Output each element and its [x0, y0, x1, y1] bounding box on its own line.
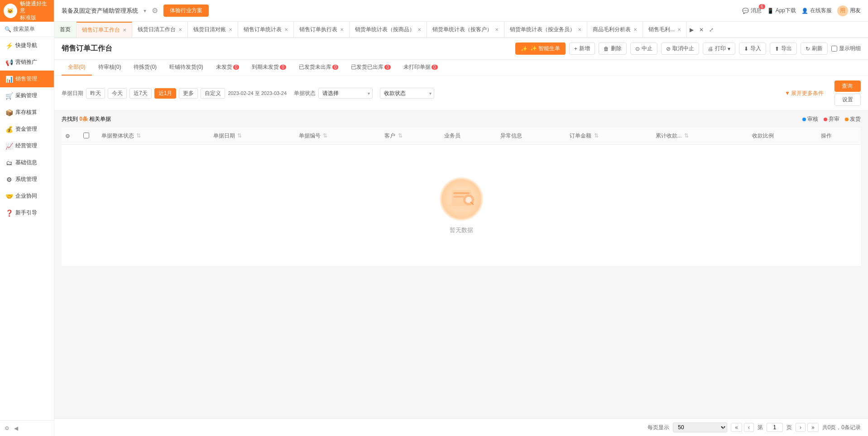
review-action-btn[interactable]: 审核 — [802, 115, 818, 123]
sub-tab-shipped-out[interactable]: 已发货已出库0 — [345, 60, 397, 76]
th-checkbox[interactable] — [80, 128, 98, 145]
sub-tab-pending-review[interactable]: 待审核(0) — [92, 60, 128, 76]
online-service-item[interactable]: 👤 在线客服 — [801, 7, 832, 14]
sidebar-item-operation[interactable]: 📈 经营管理 — [0, 137, 54, 154]
print-button[interactable]: 🖨 打印 ▾ — [703, 43, 735, 55]
query-button[interactable]: 查询 — [834, 81, 861, 92]
tab-sales-product[interactable]: 销货单统计表（按商品） ✕ — [350, 22, 427, 38]
tab-close-sales-more[interactable]: ✕ — [677, 27, 681, 32]
tab-sales-workbench[interactable]: 销售订单工作台 ✕ — [77, 22, 132, 38]
tab-close-cash-daily[interactable]: ✕ — [178, 27, 182, 32]
tab-close-sales-workbench[interactable]: ✕ — [123, 28, 126, 33]
logo-icon: 🐱 — [4, 4, 17, 18]
industry-solution-button[interactable]: 体验行业方案 — [163, 5, 209, 17]
page-number-input[interactable] — [767, 423, 783, 432]
smart-gen-button[interactable]: ✨ ✨ 智能生单 — [515, 43, 566, 55]
status-select[interactable]: 请选择 — [318, 88, 373, 99]
topbar-dropdown-icon[interactable]: ▾ — [144, 8, 146, 14]
empty-text: 暂无数据 — [450, 226, 473, 234]
date-today-btn[interactable]: 今天 — [108, 88, 127, 99]
stop-button[interactable]: ⊙ 中止 — [630, 43, 657, 55]
export-button[interactable]: ⬆ 导出 — [770, 43, 797, 55]
add-button[interactable]: + 新增 — [569, 43, 595, 55]
cancel-stop-button[interactable]: ⊘ 取消中止 — [661, 43, 699, 55]
tab-gross-margin[interactable]: 商品毛利分析表 ✕ — [587, 22, 643, 38]
date-7days-btn[interactable]: 近7天 — [129, 88, 152, 99]
sub-tab-not-shipped[interactable]: 未发货0 — [210, 60, 246, 76]
sidebar-item-marketing[interactable]: 📢 营销推广 — [0, 54, 54, 71]
sub-tab-overdue-ship[interactable]: 到期未发货0 — [245, 60, 293, 76]
tab-home[interactable]: 首页 — [54, 22, 77, 38]
sub-tab-all[interactable]: 全部(0) — [62, 60, 92, 76]
tabs-nav-more[interactable]: ▶ — [687, 27, 696, 33]
tab-sales-customer[interactable]: 销货单统计表（按客户） ✕ — [427, 22, 504, 38]
app-download-item[interactable]: 📱 App下载 — [767, 7, 796, 14]
ship-action-btn[interactable]: 发货 — [845, 115, 861, 123]
next-page-button[interactable]: › — [796, 423, 806, 432]
sidebar-item-sales[interactable]: 📊 销售管理 — [0, 71, 54, 87]
tab-sales-more[interactable]: 销售毛利... ✕ — [643, 22, 687, 38]
show-detail-checkbox[interactable] — [831, 46, 837, 52]
sidebar-item-finance[interactable]: 💰 资金管理 — [0, 121, 54, 137]
tab-close-sales-exec[interactable]: ✕ — [340, 27, 344, 32]
date-more-btn[interactable]: 更多 — [179, 88, 198, 99]
prev-page-button[interactable]: ‹ — [744, 423, 754, 432]
th-received[interactable]: 累计收款... ⇅ — [652, 128, 748, 145]
sub-tab-pending-inspect[interactable]: 待拣货(0) — [127, 60, 163, 76]
delete-button[interactable]: 🗑 删除 — [599, 43, 627, 55]
th-settings[interactable]: ⚙ — [62, 128, 80, 145]
tab-close-sales-customer[interactable]: ✕ — [495, 27, 499, 32]
tab-close-sales-staff[interactable]: ✕ — [578, 27, 581, 32]
th-staff[interactable]: 业务员 — [441, 128, 497, 145]
first-page-button[interactable]: « — [731, 423, 742, 432]
date-1month-btn[interactable]: 近1月 — [154, 88, 177, 99]
collapse-icon[interactable]: ◀ — [14, 425, 18, 431]
last-page-button[interactable]: » — [807, 423, 819, 432]
th-status[interactable]: 单据整体状态 ⇅ — [98, 128, 210, 145]
tabs-expand[interactable]: ⤢ — [706, 27, 716, 33]
th-ratio[interactable]: 收款比例 — [748, 128, 818, 145]
topbar-settings-icon[interactable]: ⚙ — [152, 6, 158, 15]
message-icon-item[interactable]: 💬 消息 6 — [742, 7, 762, 14]
sidebar-item-purchase[interactable]: 🛒 采购管理 — [0, 87, 54, 104]
sub-tab-shipped-not-out[interactable]: 已发货未出库0 — [293, 60, 345, 76]
date-yesterday-btn[interactable]: 昨天 — [86, 88, 105, 99]
tab-cash-daily[interactable]: 钱货日清工作台 ✕ — [132, 22, 188, 38]
tab-close-sales-stats[interactable]: ✕ — [284, 27, 288, 32]
sidebar-item-inventory[interactable]: 📦 库存核算 — [0, 104, 54, 121]
cancel-review-action-btn[interactable]: 弃审 — [824, 115, 839, 123]
sidebar-search[interactable]: 🔍 搜索菜单 — [0, 22, 54, 37]
tab-sales-staff[interactable]: 销货单统计表（按业务员） ✕ — [504, 22, 587, 38]
sidebar-item-guide[interactable]: ❓ 新手引导 — [0, 204, 54, 221]
tab-cash-reconcile[interactable]: 钱货日清对账 ✕ — [188, 22, 238, 38]
payment-select[interactable]: 收款状态 — [380, 88, 434, 99]
th-customer[interactable]: 客户 ⇅ — [381, 128, 441, 145]
tab-sales-exec[interactable]: 销售订单执行表 ✕ — [294, 22, 350, 38]
sub-tab-wangpu-ship[interactable]: 旺铺待发货(0) — [163, 60, 210, 76]
tab-close-cash-reconcile[interactable]: ✕ — [229, 27, 232, 32]
sub-tab-not-printed[interactable]: 未打印单据0 — [397, 60, 444, 76]
th-exception[interactable]: 异常信息 — [497, 128, 566, 145]
tab-sales-stats[interactable]: 销售订单统计表 ✕ — [238, 22, 294, 38]
th-amount[interactable]: 订单金额 ⇅ — [566, 128, 652, 145]
th-number[interactable]: 单据编号 ⇅ — [295, 128, 381, 145]
refresh-button[interactable]: ↻ 刷新 — [801, 43, 828, 55]
select-all-checkbox[interactable] — [83, 133, 89, 138]
sidebar-item-enterprise[interactable]: 🤝 企业协同 — [0, 188, 54, 204]
tabs-close-all[interactable]: ✕ — [696, 27, 706, 33]
page-size-select[interactable]: 10 20 50 100 — [673, 422, 727, 432]
settings-bottom-icon[interactable]: ⚙ — [5, 425, 10, 431]
sidebar-item-system[interactable]: ⚙ 系统管理 — [0, 171, 54, 188]
date-custom-btn[interactable]: 自定义 — [201, 88, 225, 99]
user-menu[interactable]: 用 用友 — [837, 5, 861, 16]
filter-expand-btn[interactable]: ▼ 展开更多条件 — [785, 90, 824, 97]
sort-status-icon: ⇅ — [136, 133, 141, 139]
show-detail-checkbox-label[interactable]: 显示明细 — [831, 45, 861, 52]
sidebar-item-base[interactable]: 🗂 基础信息 — [0, 154, 54, 171]
tab-close-gross-margin[interactable]: ✕ — [633, 27, 637, 32]
sidebar-item-quick-nav[interactable]: ⚡ 快捷导航 — [0, 37, 54, 54]
tab-close-sales-product[interactable]: ✕ — [417, 27, 421, 32]
th-date[interactable]: 单据日期 ⇅ — [210, 128, 295, 145]
filter-settings-button[interactable]: 设置 — [834, 94, 861, 106]
import-button[interactable]: ⬇ 导入 — [739, 43, 766, 55]
